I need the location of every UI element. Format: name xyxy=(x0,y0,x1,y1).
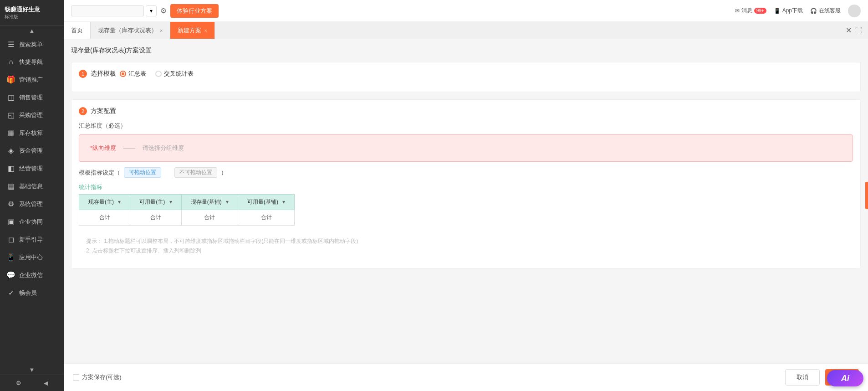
summary-dimension-label: 汇总维度（必选） xyxy=(79,122,853,130)
col-header-label-2: 现存量(基辅) xyxy=(191,199,222,205)
col-header-0[interactable]: 现存量(主) ▾ xyxy=(79,195,130,210)
radio-summary-table[interactable]: 汇总表 xyxy=(120,70,146,78)
sidebar-item-label: 畅会员 xyxy=(19,289,37,297)
radio-cross-circle xyxy=(155,71,162,77)
tab-inventory-status[interactable]: 现存量（库存状况表） × xyxy=(91,22,170,39)
headset-icon: 🎧 xyxy=(810,8,817,14)
sidebar-item-finance[interactable]: ◈ 资金管理 xyxy=(0,142,64,159)
sidebar-item-system[interactable]: ⚙ 系统管理 xyxy=(0,195,64,213)
stats-table: 现存量(主) ▾ 可用量(主) ▾ 现存量(基辅) ▾ xyxy=(79,194,295,226)
sidebar-scroll-up[interactable]: ▲ xyxy=(0,26,64,36)
sidebar-scroll-down[interactable]: ▼ xyxy=(0,365,64,375)
sidebar-item-label: 库存核算 xyxy=(19,129,43,137)
radio-cross-label: 交叉统计表 xyxy=(164,70,194,78)
radio-summary-label: 汇总表 xyxy=(128,70,146,78)
messages-item[interactable]: ✉ 消息 99+ xyxy=(735,7,766,15)
col-chevron-1[interactable]: ▾ xyxy=(169,199,172,205)
step2-badge: 2 xyxy=(79,107,87,115)
col-chevron-2[interactable]: ▾ xyxy=(226,199,229,205)
messages-badge: 99+ xyxy=(754,8,766,14)
operations-icon: ◧ xyxy=(6,164,15,173)
col-header-2[interactable]: 现存量(基辅) ▾ xyxy=(181,195,238,210)
app-edition: 标准版 xyxy=(5,14,59,20)
marketing-icon: 🎁 xyxy=(6,75,15,84)
sidebar-item-app-center[interactable]: 📱 应用中心 xyxy=(0,248,64,266)
step1-card: 1 选择模板 汇总表 交叉统计表 xyxy=(71,62,861,92)
indicator-separator xyxy=(165,169,171,177)
messages-label: 消息 xyxy=(741,7,752,15)
col-chevron-0[interactable]: ▾ xyxy=(118,199,121,205)
tabbar: 首页 现存量（库存状况表） × 新建方案 × ✕ ⛶ xyxy=(64,22,868,39)
template-radio-group: 汇总表 交叉统计表 xyxy=(120,70,194,78)
app-name: 畅赚通好生意 xyxy=(5,5,59,14)
sidebar-item-enterprise[interactable]: ▣ 企业协同 xyxy=(0,213,64,231)
sidebar-item-wechat[interactable]: 💬 企业微信 xyxy=(0,266,64,284)
inventory-status-tab-close[interactable]: × xyxy=(160,28,163,33)
col-header-label-1: 可用量(主) xyxy=(139,199,165,205)
industry-solution-button[interactable]: 体验行业方案 xyxy=(170,4,219,18)
enterprise-icon: ▣ xyxy=(6,217,15,226)
wechat-icon: 💬 xyxy=(6,271,15,279)
online-service-item[interactable]: 🎧 在线客服 xyxy=(810,7,841,15)
tab-new-plan[interactable]: 新建方案 × xyxy=(170,22,214,39)
tab-close-icon[interactable]: ✕ xyxy=(846,26,852,35)
sidebar-item-sales[interactable]: ◫ 销售管理 xyxy=(0,88,64,106)
search-input[interactable] xyxy=(71,5,144,16)
tab-fullscreen-icon[interactable]: ⛶ xyxy=(855,26,863,35)
app-download-item[interactable]: 📱 App下载 xyxy=(774,7,803,15)
draggable-position-tag: 可拖动位置 xyxy=(124,167,161,178)
new-plan-tab-close[interactable]: × xyxy=(204,28,207,33)
dimension-box[interactable]: *纵向维度 —— 请选择分组维度 xyxy=(79,134,853,162)
sidebar-settings-icon[interactable]: ⚙ xyxy=(16,380,21,386)
ai-fab-button[interactable]: Ai xyxy=(827,370,863,386)
sidebar-item-marketing[interactable]: 🎁 营销推广 xyxy=(0,71,64,88)
step1-header: 1 选择模板 汇总表 交叉统计表 xyxy=(79,70,853,78)
sidebar-nav: ☰ 搜索菜单 ⌂ 快捷导航 🎁 营销推广 ◫ 销售管理 ◱ 采购管理 ▦ 库存核… xyxy=(0,36,64,365)
dimension-placeholder: 请选择分组维度 xyxy=(143,144,184,152)
sidebar-item-search-menu[interactable]: ☰ 搜索菜单 xyxy=(0,36,64,53)
step2-header: 2 方案配置 xyxy=(79,107,853,115)
sidebar-collapse-icon[interactable]: ◀ xyxy=(44,380,48,386)
radio-summary-circle xyxy=(120,71,126,77)
vertical-dimension-label: *纵向维度 xyxy=(90,144,116,152)
sidebar-item-inventory[interactable]: ▦ 库存核算 xyxy=(0,124,64,142)
footer-bar: 方案保存(可选) 取消 查询 xyxy=(64,363,868,391)
radio-cross-table[interactable]: 交叉统计表 xyxy=(155,70,194,78)
tab-home[interactable]: 首页 xyxy=(64,22,91,39)
col-header-1[interactable]: 可用量(主) ▾ xyxy=(130,195,181,210)
cell-summary-0: 合计 xyxy=(79,210,130,226)
sidebar-item-purchase[interactable]: ◱ 采购管理 xyxy=(0,106,64,124)
col-header-3[interactable]: 可用量(基辅) ▾ xyxy=(238,195,295,210)
user-avatar[interactable] xyxy=(848,5,861,17)
sidebar-item-label: 销售管理 xyxy=(19,93,43,102)
settings-gear-icon[interactable]: ⚙ xyxy=(160,6,167,15)
sidebar-item-basic-info[interactable]: ▤ 基础信息 xyxy=(0,177,64,195)
stats-section: 统计指标 现存量(主) ▾ 可用量(主) ▾ xyxy=(79,183,853,226)
col-header-label-0: 现存量(主) xyxy=(88,199,114,205)
tips-section: 提示： 1.拖动标题栏可以调整布局，不可跨维度或指标区域拖动栏目字段(只能在同一… xyxy=(79,233,853,261)
app-logo: 畅赚通好生意 标准版 xyxy=(0,0,64,26)
sidebar-item-member[interactable]: ✓ 畅会员 xyxy=(0,284,64,302)
save-option[interactable]: 方案保存(可选) xyxy=(73,373,122,381)
sidebar-item-new-guide[interactable]: ◻ 新手引导 xyxy=(0,231,64,248)
sidebar-item-label: 基础信息 xyxy=(19,182,43,190)
sidebar-item-label: 应用中心 xyxy=(19,253,43,262)
sidebar-item-label: 快捷导航 xyxy=(19,58,43,66)
message-icon: ✉ xyxy=(735,8,740,14)
new-guide-icon: ◻ xyxy=(6,235,15,244)
step1-title: 选择模板 xyxy=(91,70,116,78)
app-center-icon: 📱 xyxy=(6,253,15,262)
sidebar-item-operations[interactable]: ◧ 经营管理 xyxy=(0,159,64,177)
indicator-row: 模板指标设定（ 可拖动位置 不可拖动位置 ） xyxy=(79,167,853,178)
quick-nav-icon: ⌂ xyxy=(6,58,15,66)
search-dropdown-btn[interactable]: ▾ xyxy=(146,5,157,16)
sidebar-item-quick-nav[interactable]: ⌂ 快捷导航 xyxy=(0,53,64,71)
sidebar-footer: ⚙ ◀ xyxy=(0,375,64,391)
step2-card: 2 方案配置 汇总维度（必选） *纵向维度 —— 请选择分组维度 模板指标设定（… xyxy=(71,99,861,269)
sidebar-item-label: 经营管理 xyxy=(19,165,43,173)
save-checkbox[interactable] xyxy=(73,374,79,381)
cell-summary-1: 合计 xyxy=(130,210,181,226)
col-chevron-3[interactable]: ▾ xyxy=(282,199,285,205)
home-tab-label: 首页 xyxy=(71,26,83,35)
cancel-button[interactable]: 取消 xyxy=(785,369,820,386)
